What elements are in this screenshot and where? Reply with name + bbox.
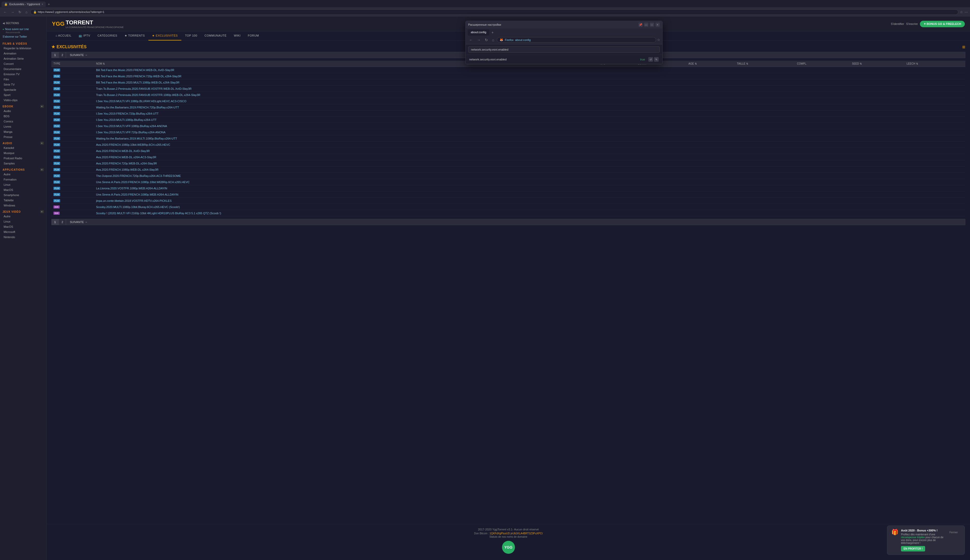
sidebar-item-bds[interactable]: BDS	[0, 113, 47, 119]
torrent-name-link[interactable]: I.See.You.2019.MULTI.VFF.720p.BluRay.x26…	[96, 131, 165, 134]
page-1-btn-bottom[interactable]: 1	[52, 219, 58, 225]
sidebar-item-emission-tv[interactable]: Emission TV	[0, 72, 47, 77]
sidebar-item-animation[interactable]: Animation	[0, 51, 47, 56]
ac-minimize-btn[interactable]: —	[644, 23, 648, 27]
sidebar-item-samples[interactable]: Samples	[0, 161, 47, 166]
torrent-name-link[interactable]: I.See.You.2019.MULTI.1080p.BluRay.x264-U…	[96, 118, 157, 122]
ac-edit-btn[interactable]: ✎	[654, 57, 659, 62]
sidebar-item-jeux-autre[interactable]: Autre	[0, 214, 47, 219]
torrent-name-link[interactable]: La.Llorona.2020.VOSTFR.1080p.WEB.H264-AL…	[96, 187, 167, 190]
torrent-name-link[interactable]: Ava.2020.FRENCH.WEB-DL.XvID-Slay3R	[96, 149, 150, 153]
col-leech-header[interactable]: LEECH ⇅	[905, 61, 965, 67]
torrent-name-link[interactable]: Ava.2020.FRENCH.720p.WEB-DL.x264-Slay3R	[96, 162, 157, 165]
torrent-name-link[interactable]: I.See.You.2019.MULTI.VFF.1080p.BluRay.x2…	[96, 125, 167, 128]
ac-bookmark-icon[interactable]: ☆	[657, 38, 660, 42]
nav-reload-btn[interactable]: ↻	[17, 10, 23, 15]
bonus-btn[interactable]: ✦ BONUS GO & FREELECH	[920, 21, 965, 27]
nav-menu-icon[interactable]: ⋯	[965, 10, 968, 14]
torrent-name-link[interactable]: Ava.2020.FRENCH.1080p.10bit.WEBRip.6CH.x…	[96, 143, 170, 146]
sidebar-item-linux-apps[interactable]: Linux	[0, 182, 47, 187]
sidebar-item-presse[interactable]: Presse	[0, 134, 47, 140]
sidebar-item-livres[interactable]: Livres	[0, 124, 47, 129]
sidebar-item-formation[interactable]: Formation	[0, 177, 47, 182]
ac-address-bar[interactable]: 🦊 Firefox about:config	[497, 37, 656, 43]
sidebar-item-serie-tv[interactable]: Série TV	[0, 82, 47, 87]
sidebar-item-nintendo[interactable]: Nintendo	[0, 235, 47, 240]
sidebar-item-comics[interactable]: Comics	[0, 119, 47, 124]
sidebar-item-karaoke[interactable]: Karaoké	[0, 145, 47, 150]
sidebar-item-musique[interactable]: Musique	[0, 150, 47, 156]
col-type-header[interactable]: TYPE	[52, 61, 94, 67]
ac-close-btn[interactable]: ×	[655, 23, 660, 27]
sidebar-item-windows[interactable]: Windows	[0, 203, 47, 208]
sidebar-item-spectacle[interactable]: Spectacle	[0, 87, 47, 92]
torrent-name-link[interactable]: I.See.You.2019.MULTI.VFI.1080p.BLURAY.HD…	[96, 100, 186, 103]
torrent-name-link[interactable]: Bill.Ted.Face.the.Music.2020.FRENCH.720p…	[96, 75, 181, 78]
sidebar-item-manga[interactable]: Manga	[0, 129, 47, 134]
nav-link-wiki[interactable]: WIKI	[230, 32, 244, 40]
tab-close-btn[interactable]: ×	[42, 3, 43, 6]
torrent-name-link[interactable]: Waiting.for.the.Barbarians.2019.MULTI.10…	[96, 137, 177, 140]
signin-link[interactable]: S'identifier	[891, 22, 904, 25]
sidebar-item-videoclips[interactable]: Vidéo-clips	[0, 98, 47, 103]
ac-nav-reload[interactable]: ↻	[483, 37, 490, 43]
sidebar-item-podcast[interactable]: Podcast Radio	[0, 156, 47, 161]
sidebar-item-macos-apps[interactable]: MacOS	[0, 187, 47, 192]
torrent-name-link[interactable]: Train.To.Busan.2.Peninsula.2020.FANSUB.V…	[96, 93, 200, 97]
torrent-name-link[interactable]: The.Outpost.2020.FRENCH.720p.BluRay.x264…	[96, 174, 181, 177]
ac-nav-forward[interactable]: →	[475, 37, 482, 43]
sidebar-item-linux-jeux[interactable]: Linux	[0, 219, 47, 224]
col-size-header[interactable]: TAILLE ⇅	[735, 61, 795, 67]
sidebar-item-watch-tv[interactable]: Regarder la télévision	[0, 46, 47, 51]
sidebar-item-apps-autre[interactable]: Autre	[0, 172, 47, 177]
nav-home-btn[interactable]: ⌂	[24, 10, 29, 15]
nav-back-btn[interactable]: ←	[2, 10, 8, 15]
bonus-profiter-btn[interactable]: EN PROFITER !	[901, 546, 925, 552]
ac-nav-back[interactable]: ←	[468, 37, 475, 43]
nav-link-top100[interactable]: TOP 100	[181, 32, 201, 40]
col-seed-header[interactable]: SEED ⇅	[850, 61, 905, 67]
ac-maximize-btn[interactable]: □	[650, 23, 654, 27]
next-page-btn-bottom[interactable]: SUIVANTE →	[66, 219, 965, 225]
page-1-btn[interactable]: 1	[52, 52, 58, 58]
torrent-name-link[interactable]: Une.Sirene.A.Paris.2020.FRENCH.1080p.WEB…	[96, 193, 178, 196]
torrent-name-link[interactable]: I.See.You.2019.FRENCH.720p.BluRay.x264-U…	[96, 112, 158, 115]
nav-link-categories[interactable]: CATÉGORIES	[94, 32, 121, 40]
sidebar-item-concert[interactable]: Concert	[0, 61, 47, 67]
torrent-name-link[interactable]: Ava.2020.FRENCH.WEB-DL.x264-AC3-Slay3R	[96, 156, 156, 159]
torrent-name-link[interactable]: Une.Sirene.A.Paris.2020.FRENCH.1080p.10b…	[96, 180, 190, 183]
torrent-name-link[interactable]: Waiting.for.the.Barbarians.2019.FRENCH.7…	[96, 106, 179, 109]
sidebar-item-tablette[interactable]: Tablette	[0, 198, 47, 203]
ac-pin-btn[interactable]: 📌	[638, 23, 643, 27]
sidebar-item-documentaire[interactable]: Documentaire	[0, 67, 47, 72]
nav-forward-btn[interactable]: →	[10, 10, 15, 15]
torrent-name-link[interactable]: jinpa.un.conte.tibetain.2018.VOSTFR.HDTV…	[96, 199, 172, 202]
follow-twitter-btn[interactable]: S'abonner sur Twitter	[3, 35, 27, 38]
ac-reset-btn[interactable]: ↺	[648, 57, 653, 62]
nav-link-communaute[interactable]: COMMUNAUTÉ	[201, 32, 230, 40]
follow-tme-btn[interactable]: Nous suivre sur t.me	[5, 27, 29, 31]
sidebar-item-macos-jeux[interactable]: MacOS	[0, 224, 47, 229]
page-2-btn[interactable]: 2	[58, 52, 66, 58]
nav-link-iptv[interactable]: 📺 IPTV	[75, 32, 94, 40]
torrent-name-link[interactable]: Bill.Ted.Face.the.Music.2020.FRENCH.WEB-…	[96, 68, 174, 72]
sidebar-item-smartphone[interactable]: Smartphone	[0, 192, 47, 198]
torrent-name-link[interactable]: Bill.Ted.Face.the.Music.2020.MULTI.1080p…	[96, 81, 179, 84]
sidebar-item-audio[interactable]: Audio	[0, 108, 47, 113]
ac-search-input[interactable]	[468, 47, 660, 53]
sidebar-item-sport[interactable]: Sport	[0, 92, 47, 98]
ac-new-tab-btn[interactable]: +	[489, 29, 495, 35]
bitcoin-address[interactable]: 1QKFdXgPtusUD jnUb1KLA4BRT3Z3PuXPCt	[490, 532, 542, 535]
page-2-btn-bottom[interactable]: 2	[58, 219, 66, 225]
ac-nav-home[interactable]: ⌂	[491, 37, 496, 43]
address-bar[interactable]: 🔒 https://www2.yggtorrent.si/torrents/ex…	[30, 9, 958, 15]
torrent-name-link[interactable]: Scooby ! (2020) MULTI VFI 2160p 10bit 4K…	[96, 212, 221, 215]
nav-link-exclusivites[interactable]: ★ EXCLUSIVITÉS	[148, 32, 181, 40]
ac-tab-about-config[interactable]: about:config	[468, 29, 490, 35]
bonus-close-btn[interactable]: Fermer	[950, 531, 958, 534]
rss-icon[interactable]: ⊞	[962, 45, 965, 49]
nav-link-accueil[interactable]: ⌂ ACCUEIL	[52, 32, 75, 40]
col-age-header[interactable]: AGE ⇅	[687, 61, 735, 67]
nav-link-forum[interactable]: FORUM	[244, 32, 263, 40]
col-compl-header[interactable]: COMPL.	[795, 61, 850, 67]
